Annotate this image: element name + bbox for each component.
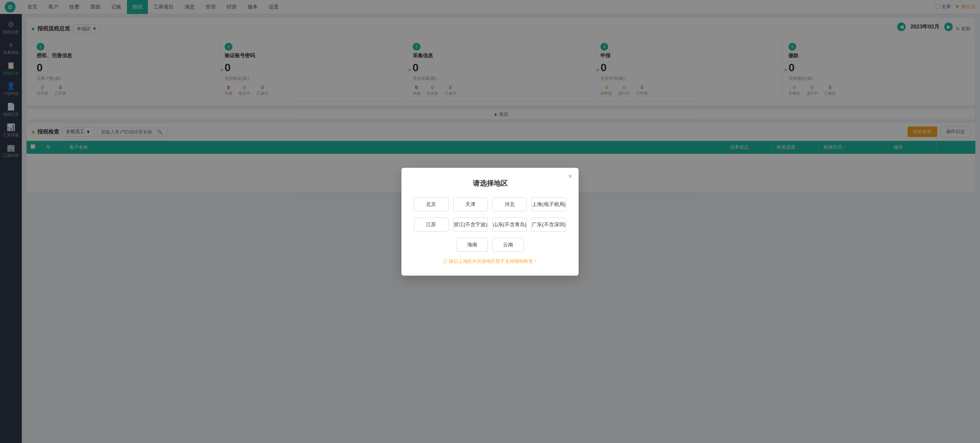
region-tianjin[interactable]: 天津 [453,197,488,211]
region-zhejiang[interactable]: 浙江(不含宁波) [453,218,488,232]
region-hebei[interactable]: 河北 [493,197,527,211]
region-jiangsu[interactable]: 江苏 [414,218,449,232]
region-guangdong[interactable]: 广东(不含深圳) [531,218,566,232]
warning-icon: ⓘ [443,258,447,265]
region-select-modal: × 请选择地区 北京 天津 河北 上海(电子税局) 江苏 浙江(不含宁波) 山东… [401,168,579,276]
region-row-1: 北京 天津 河北 上海(电子税局) [414,197,566,211]
region-shanghai[interactable]: 上海(电子税局) [531,197,566,211]
modal-close-btn[interactable]: × [568,172,572,181]
modal-title: 请选择地区 [414,179,566,188]
modal-warning: ⓘ 除以上地区外其他地区暂不支持报税检查！ [414,258,566,265]
region-row-2: 江苏 浙江(不含宁波) 山东(不含青岛) 广东(不含深圳) [414,218,566,232]
modal-overlay[interactable]: × 请选择地区 北京 天津 河北 上海(电子税局) 江苏 浙江(不含宁波) 山东… [0,0,980,443]
region-beijing[interactable]: 北京 [414,197,449,211]
region-yunnan[interactable]: 云南 [493,238,524,252]
warning-text: 除以上地区外其他地区暂不支持报税检查！ [449,258,538,265]
region-row-3: 海南 云南 [414,238,566,252]
region-shandong[interactable]: 山东(不含青岛) [493,218,527,232]
region-hainan[interactable]: 海南 [457,238,488,252]
